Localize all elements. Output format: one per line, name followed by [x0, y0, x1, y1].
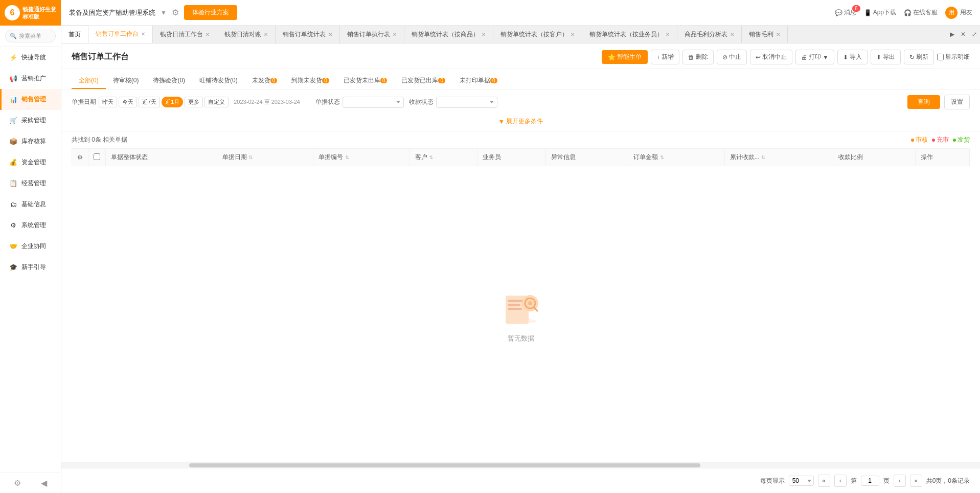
tab-close-cash-reconcile[interactable]: ✕ [264, 32, 268, 37]
user-info[interactable]: 用 用友 [945, 7, 972, 19]
gear-icon[interactable]: ⚙ [172, 8, 179, 17]
solution-button[interactable]: 体验行业方案 [184, 5, 237, 20]
tab-close-cash-daily[interactable]: ✕ [206, 32, 210, 37]
sidebar-item-finance[interactable]: 💰 资金管理 [0, 152, 61, 173]
next-page-button[interactable]: › [894, 475, 906, 487]
sub-tab-wangpu-pending[interactable]: 旺铺待发货(0) [192, 73, 245, 89]
tab-home[interactable]: 首页 [61, 26, 88, 43]
sub-tab-not-printed[interactable]: 未打印单据0 [452, 73, 505, 89]
sub-tab-overdue-not-shipped[interactable]: 到期未发货0 [284, 73, 336, 89]
first-page-button[interactable]: « [818, 475, 830, 487]
col-collected[interactable]: 累计收款... ⇅ [724, 149, 833, 166]
smart-create-button[interactable]: ⭐ 智能生单 [602, 50, 648, 64]
app-download-btn[interactable]: 📱 App下载 [864, 8, 896, 17]
import-button[interactable]: ⬇ 导入 [837, 50, 868, 64]
tab-sales-profit[interactable]: 销售毛利 ✕ [742, 26, 788, 43]
date-btn-7days[interactable]: 近7天 [139, 97, 160, 107]
col-number[interactable]: 单据编号 ⇅ [313, 149, 409, 166]
tab-close-all[interactable]: ✕ [958, 27, 969, 42]
tab-sales-exec[interactable]: 销售订单执行表 ✕ [340, 26, 404, 43]
tab-cash-reconcile[interactable]: 钱货日清对账 ✕ [217, 26, 276, 43]
col-staff[interactable]: 业务员 [477, 149, 545, 166]
print-button[interactable]: 🖨 打印 ▼ [795, 50, 834, 64]
sub-tab-pending-review[interactable]: 待审核(0) [106, 73, 146, 89]
col-status[interactable]: 单据整体状态 [106, 149, 217, 166]
ship-action-button[interactable]: 发货 [953, 136, 970, 144]
sub-tab-all[interactable]: 全部(0) [72, 73, 106, 89]
print-dropdown-icon: ▼ [823, 54, 829, 61]
date-btn-custom[interactable]: 自定义 [204, 97, 229, 107]
setting-button[interactable]: 设置 [944, 95, 970, 109]
settings-button[interactable]: ⚙ [5, 478, 29, 488]
stop-button[interactable]: ⊘ 中止 [717, 50, 747, 64]
sidebar-item-system[interactable]: ⚙ 系统管理 [0, 215, 61, 236]
tab-product-margin[interactable]: 商品毛利分析表 ✕ [677, 26, 742, 43]
tab-sales-summary-product[interactable]: 销货单统计表（按商品） ✕ [404, 26, 493, 43]
tab-close-product-margin[interactable]: ✕ [730, 32, 734, 37]
sidebar-item-cooperation[interactable]: 🤝 企业协同 [0, 236, 61, 257]
collapse-button[interactable]: ◀ [32, 478, 56, 488]
payment-select[interactable] [436, 97, 497, 108]
tab-scroll-right[interactable]: ▶ [947, 27, 958, 42]
sidebar-item-quick-nav[interactable]: ⚡ 快捷导航 [0, 47, 61, 68]
date-btn-1month[interactable]: 近1月 [162, 97, 183, 107]
page-size-select[interactable]: 20 50 100 [789, 476, 814, 486]
tab-close-summary-customer[interactable]: ✕ [571, 32, 575, 37]
col-exception[interactable]: 异常信息 [545, 149, 628, 166]
scrollbar-thumb[interactable] [189, 463, 700, 467]
show-detail-checkbox[interactable] [937, 54, 944, 60]
tab-maximize[interactable]: ⤢ [969, 27, 980, 42]
tab-cash-daily[interactable]: 钱货日清工作台 ✕ [153, 26, 217, 43]
col-customer[interactable]: 客户 ⇅ [409, 149, 477, 166]
sidebar-item-marketing[interactable]: 📢 营销推广 [0, 68, 61, 89]
tab-close-sales-exec[interactable]: ✕ [393, 32, 397, 37]
search-menu-button[interactable]: 🔍 搜索菜单 [5, 30, 56, 42]
export-button[interactable]: ⬆ 导出 [871, 50, 901, 64]
sub-tab-shipped-out[interactable]: 已发货已出库0 [394, 73, 452, 89]
horizontal-scrollbar[interactable] [61, 462, 980, 468]
cancel-stop-button[interactable]: ↩ 取消中止 [750, 50, 792, 64]
page-input[interactable] [861, 476, 879, 486]
select-all-checkbox[interactable] [94, 153, 100, 160]
refresh-button[interactable]: ↻ 刷新 [904, 50, 934, 64]
delete-button[interactable]: 🗑 删除 [682, 50, 714, 64]
sidebar-item-purchase[interactable]: 🛒 采购管理 [0, 110, 61, 131]
tab-close-sales-workbench[interactable]: ✕ [141, 31, 145, 37]
cancel-audit-action-button[interactable]: 充审 [932, 136, 949, 144]
sub-tab-shipped-not-out[interactable]: 已发货未出库0 [336, 73, 395, 89]
date-btn-more[interactable]: 更多 [185, 97, 203, 107]
show-detail-label[interactable]: 显示明细 [937, 53, 970, 61]
tab-sales-stat[interactable]: 销售订单统计表 ✕ [276, 26, 340, 43]
col-gear[interactable]: ⚙ [72, 149, 88, 166]
last-page-button[interactable]: » [910, 475, 922, 487]
date-btn-yesterday[interactable]: 昨天 [99, 97, 117, 107]
col-checkbox[interactable] [88, 149, 106, 166]
sidebar-item-operations[interactable]: 📋 经营管理 [0, 173, 61, 194]
tab-sales-summary-staff[interactable]: 销货单统计表（按业务员） ✕ [582, 26, 677, 43]
sidebar-item-guide[interactable]: 🎓 新手引导 [0, 257, 61, 278]
status-select[interactable] [343, 97, 404, 108]
tab-sales-workbench[interactable]: 销售订单工作台 ✕ [88, 26, 153, 43]
add-button[interactable]: + 新增 [651, 50, 679, 64]
col-date[interactable]: 单据日期 ⇅ [217, 149, 313, 166]
date-btn-today[interactable]: 今天 [119, 97, 137, 107]
tab-sales-summary-customer[interactable]: 销货单统计表（按客户） ✕ [493, 26, 582, 43]
dropdown-icon[interactable]: ▼ [161, 9, 167, 16]
sub-tab-pending-inspect[interactable]: 待拣验货(0) [146, 73, 192, 89]
sidebar-item-sales[interactable]: 📊 销售管理 [0, 89, 61, 110]
tab-close-sales-profit[interactable]: ✕ [776, 32, 780, 37]
prev-page-button[interactable]: ‹ [834, 475, 847, 487]
online-service-btn[interactable]: 🎧 在线客服 [904, 8, 938, 17]
tab-close-summary-product[interactable]: ✕ [482, 32, 486, 37]
audit-action-button[interactable]: 审核 [911, 136, 928, 144]
sidebar-item-basic-info[interactable]: 🗂 基础信息 [0, 194, 61, 215]
col-ratio[interactable]: 收款比例 [833, 149, 916, 166]
sidebar-item-inventory[interactable]: 📦 库存核算 [0, 131, 61, 152]
col-amount[interactable]: 订单金额 ⇅ [628, 149, 724, 166]
tab-close-summary-staff[interactable]: ✕ [666, 32, 670, 37]
expand-filter-button[interactable]: ▼ 展开更多条件 [498, 117, 543, 126]
message-badge[interactable]: 💬 消息 6 [835, 8, 856, 17]
tab-close-sales-stat[interactable]: ✕ [328, 32, 332, 37]
sub-tab-not-shipped[interactable]: 未发货0 [245, 73, 285, 89]
query-button[interactable]: 查询 [907, 95, 940, 109]
